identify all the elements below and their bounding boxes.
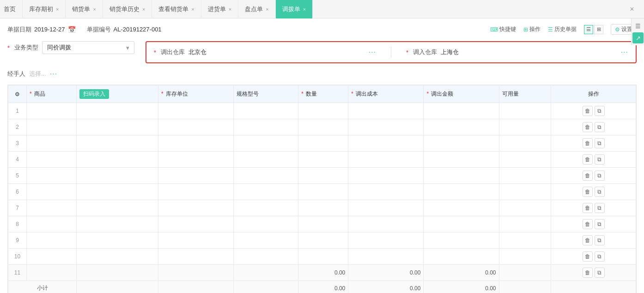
cell-cost-11: 0.00 (348, 265, 424, 281)
row-num-2: 2 (8, 119, 27, 135)
cell-cost-1 (348, 103, 424, 119)
cell-cost-6 (348, 184, 424, 200)
subtotal-empty-2 (158, 281, 233, 293)
th-scan[interactable]: 扫码录入 (77, 85, 158, 103)
warehouse-box: * 调出仓库 北京仓 ··· * 调入仓库 上海仓 ··· (146, 41, 637, 63)
copy-btn-1[interactable]: ⧉ (595, 106, 605, 116)
row-num-9: 9 (8, 232, 27, 249)
copy-btn-7[interactable]: ⧉ (595, 203, 605, 213)
calendar-icon[interactable]: 📅 (68, 26, 76, 33)
delete-btn-9[interactable]: 🗑 (583, 235, 593, 245)
cell-unit-5 (158, 168, 233, 184)
tab-initial-stock[interactable]: 库存期初 × (23, 0, 66, 18)
tab-close-transfer-order[interactable]: × (303, 6, 306, 12)
cell-action-3: 🗑 ⧉ (551, 135, 636, 152)
delete-btn-4[interactable]: 🗑 (583, 154, 593, 165)
th-gear[interactable]: ⚙ (8, 85, 27, 103)
layout-grid-btn[interactable]: ⊞ (594, 25, 603, 34)
cell-action-2: 🗑 ⧉ (551, 119, 636, 135)
grid-icon: ⊞ (523, 26, 528, 33)
warehouse-out-more-btn[interactable]: ··· (369, 48, 376, 56)
cell-spec-3 (234, 135, 298, 152)
product-table-container: ⚙ * 商品 扫码录入 * 库存单位 规格型号 * 数量 (7, 85, 637, 293)
tab-close-view-sales[interactable]: × (191, 6, 194, 12)
warehouse-out-label: 调出仓库 (161, 48, 185, 56)
copy-btn-9[interactable]: ⧉ (595, 235, 605, 245)
warehouse-in-more-btn[interactable]: ··· (621, 48, 628, 56)
person-select[interactable]: 选择... (29, 70, 46, 78)
delete-btn-7[interactable]: 🗑 (583, 203, 593, 213)
business-type-select[interactable]: 同价调拨 ▾ (42, 41, 134, 54)
cell-product-3[interactable] (27, 135, 77, 152)
doc-header: 单据日期 2019-12-27 📅 单据编号 AL-20191227-001 ⌨… (7, 24, 637, 35)
cell-product-6[interactable] (27, 184, 77, 200)
copy-btn-8[interactable]: ⧉ (595, 219, 605, 229)
cell-spec-2 (234, 119, 298, 135)
doc-date-label: 单据日期 (7, 25, 31, 34)
delete-btn-10[interactable]: 🗑 (583, 251, 593, 262)
history-icon: ☰ (548, 26, 553, 33)
delete-btn-8[interactable]: 🗑 (583, 219, 593, 229)
warehouse-in-value[interactable]: 上海仓 (441, 48, 617, 56)
business-type-required-star: * (7, 44, 10, 51)
cell-available-9 (499, 232, 551, 249)
cell-product-7[interactable] (27, 200, 77, 216)
business-type-label: 业务类型 (14, 43, 38, 52)
row-num-11: 11 (8, 265, 27, 281)
tab-close-sales-order[interactable]: × (93, 6, 96, 12)
copy-btn-10[interactable]: ⧉ (595, 251, 605, 262)
warehouse-out-value[interactable]: 北京仓 (188, 48, 365, 56)
cell-available-4 (499, 152, 551, 168)
cell-cost-8 (348, 216, 424, 232)
table-header-row: ⚙ * 商品 扫码录入 * 库存单位 规格型号 * 数量 (8, 85, 636, 103)
layout-list-btn[interactable]: ☰ (584, 25, 593, 34)
window-close-button[interactable]: × (624, 1, 640, 18)
tab-sales-history[interactable]: 销货单历史 × (103, 0, 152, 18)
warehouse-in-required-star: * (406, 49, 408, 56)
tab-purchase-order[interactable]: 进货单 × (201, 0, 238, 18)
cell-product-8[interactable] (27, 216, 77, 232)
tab-close-sales-history[interactable]: × (142, 6, 145, 12)
doc-date-value[interactable]: 2019-12-27 (34, 26, 65, 33)
delete-btn-3[interactable]: 🗑 (583, 138, 593, 148)
operation-btn[interactable]: ⊞ 操作 (523, 25, 541, 33)
delete-btn-1[interactable]: 🗑 (583, 106, 593, 116)
sidebar-list-icon[interactable]: ☰ (632, 20, 644, 31)
tab-view-sales[interactable]: 查看销货单 × (152, 0, 201, 18)
tab-close-purchase-order[interactable]: × (229, 6, 231, 12)
cell-product-1[interactable] (27, 103, 77, 119)
scan-button[interactable]: 扫码录入 (79, 89, 109, 99)
tab-home[interactable]: 首页 (4, 0, 23, 18)
copy-btn-11[interactable]: ⧉ (595, 268, 605, 278)
cell-product-4[interactable] (27, 152, 77, 168)
tab-transfer-order[interactable]: 调拨单 × (276, 0, 313, 18)
copy-btn-4[interactable]: ⧉ (595, 154, 605, 165)
copy-btn-5[interactable]: ⧉ (595, 171, 605, 181)
delete-btn-5[interactable]: 🗑 (583, 171, 593, 181)
tab-inventory-check[interactable]: 盘点单 × (238, 0, 275, 18)
cell-product-10[interactable] (27, 249, 77, 265)
cell-scan-3 (77, 135, 158, 152)
tab-sales-order[interactable]: 销货单 × (66, 0, 103, 18)
sidebar-export-icon[interactable]: ↗ (632, 32, 644, 43)
copy-btn-6[interactable]: ⧉ (595, 187, 605, 197)
cell-amount-11: 0.00 (424, 265, 499, 281)
cell-product-2[interactable] (27, 119, 77, 135)
delete-btn-2[interactable]: 🗑 (583, 122, 593, 132)
copy-btn-3[interactable]: ⧉ (595, 138, 605, 148)
copy-btn-2[interactable]: ⧉ (595, 122, 605, 132)
shortcut-btn[interactable]: ⌨ 快捷键 (490, 25, 516, 33)
cell-action-9: 🗑 ⧉ (551, 232, 636, 249)
tab-close-inventory-check[interactable]: × (266, 6, 268, 12)
delete-btn-6[interactable]: 🗑 (583, 187, 593, 197)
delete-btn-11[interactable]: 🗑 (583, 268, 593, 278)
tab-close-initial-stock[interactable]: × (56, 6, 59, 12)
cell-product-5[interactable] (27, 168, 77, 184)
cell-product-11[interactable] (27, 265, 77, 281)
cell-spec-4 (234, 152, 298, 168)
person-more-btn[interactable]: ··· (50, 70, 57, 78)
cell-product-9[interactable] (27, 232, 77, 249)
history-btn[interactable]: ☰ 历史单据 (548, 25, 577, 33)
keyboard-icon: ⌨ (490, 26, 498, 33)
cell-action-1: 🗑 ⧉ (551, 103, 636, 119)
